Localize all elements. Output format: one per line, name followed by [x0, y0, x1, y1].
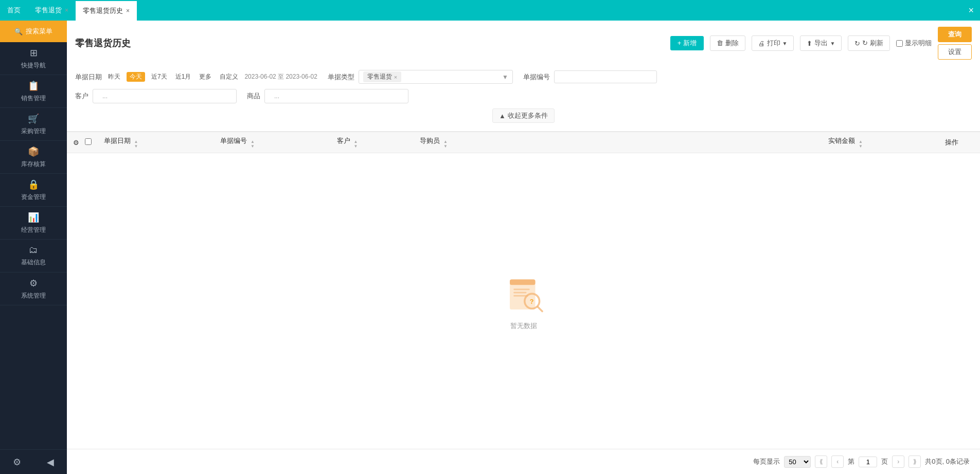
pagination-bar: 每页显示 50 100 200 ⟪ ‹ 第 页 › ⟫ 共0页, 0条记录 — [67, 449, 980, 474]
sidebar-item-quick-nav[interactable]: ⊞ 快捷导航 — [0, 42, 67, 75]
inventory-icon: 📦 — [28, 146, 39, 157]
page-suffix: 页 — [881, 457, 888, 466]
sidebar-bottom: ⚙ ◀ — [0, 449, 67, 474]
sidebar: 🔍 搜索菜单 ⊞ 快捷导航 📋 销售管理 🛒 采购管理 📦 库存核算 🔒 资金管… — [0, 21, 67, 474]
goods-input[interactable]: ... — [270, 92, 283, 101]
col-customer[interactable]: 客户 ▲▼ — [331, 132, 414, 153]
empty-text: 暂无数据 — [510, 321, 537, 331]
filter-doc-type: 单据类型 零售退货 × ▼ — [328, 70, 513, 84]
svg-text:?: ? — [529, 298, 533, 305]
tab-home[interactable]: 首页 — [0, 0, 28, 21]
sidebar-item-sales-mgmt[interactable]: 📋 销售管理 — [0, 75, 67, 108]
tab-retail-return[interactable]: 零售退货 × — [28, 0, 76, 21]
col-date[interactable]: 单据日期 ▲▼ — [98, 132, 215, 153]
date-shortcut-custom[interactable]: 自定义 — [218, 72, 240, 82]
toolbar: + 新增 🗑 删除 🖨 🖨 打印 打印 ▼ ⬆ 导出 ▼ ↻ — [670, 27, 972, 60]
svg-rect-1 — [510, 280, 536, 285]
export-button[interactable]: ⬆ 导出 ▼ — [800, 35, 842, 51]
svg-line-6 — [538, 307, 542, 312]
date-range-display: 2023-06-02 至 2023-06-02 — [244, 72, 317, 81]
sort-date-icon[interactable]: ▲▼ — [134, 139, 138, 149]
content-area: 零售退货历史 + 新增 🗑 删除 🖨 🖨 打印 打印 ▼ ⬆ 导出 ▼ — [67, 21, 980, 474]
delete-button[interactable]: 🗑 删除 — [710, 35, 745, 51]
first-page-button[interactable]: ⟪ — [815, 455, 827, 468]
svg-rect-2 — [513, 289, 529, 290]
page-number-input[interactable] — [859, 457, 877, 467]
page-label: 第 — [848, 457, 854, 466]
print-button[interactable]: 🖨 🖨 打印 打印 ▼ — [752, 35, 794, 51]
col-settings: ⚙ — [67, 132, 98, 153]
empty-illustration: ? — [501, 271, 547, 315]
print-icon: 🖨 — [758, 40, 765, 47]
page-title-row: 零售退货历史 + 新增 🗑 删除 🖨 🖨 打印 打印 ▼ ⬆ 导出 ▼ — [75, 27, 972, 60]
date-shortcuts: 昨天 今天 近7天 近1月 更多 自定义 — [106, 72, 240, 82]
collapse-icon: ▲ — [499, 112, 506, 120]
filter-customer: 客户 ... — [75, 89, 237, 103]
total-label: 共0页, 0条记录 — [925, 457, 970, 466]
search-icon: 🔍 — [14, 28, 23, 35]
date-shortcut-1month[interactable]: 近1月 — [173, 72, 193, 82]
sidebar-search-button[interactable]: 🔍 搜索菜单 — [0, 21, 67, 42]
tab-retail-return-history[interactable]: 零售退货历史 × — [76, 0, 137, 21]
table-settings-icon[interactable]: ⚙ — [73, 139, 79, 147]
col-guide[interactable]: 导购员 ▲▼ — [414, 132, 513, 153]
filter-row-1: 单据日期 昨天 今天 近7天 近1月 更多 自定义 2023-06-02 至 2… — [75, 70, 972, 89]
filter-area: 单据日期 昨天 今天 近7天 近1月 更多 自定义 2023-06-02 至 2… — [75, 65, 972, 131]
date-shortcut-7days[interactable]: 近7天 — [149, 72, 169, 82]
empty-state: ? 暂无数据 — [67, 153, 980, 449]
doc-type-selector[interactable]: 零售退货 × ▼ — [359, 70, 513, 84]
sort-amount-icon[interactable]: ▲▼ — [859, 139, 863, 149]
doc-type-dropdown-icon[interactable]: ▼ — [502, 74, 508, 81]
filter-goods: 商品 ... — [247, 89, 408, 103]
tab-retail-return-history-close[interactable]: × — [126, 7, 130, 14]
purchase-icon: 🛒 — [28, 113, 39, 124]
sort-number-icon[interactable]: ▲▼ — [251, 139, 255, 149]
new-button[interactable]: + 新增 — [670, 36, 704, 50]
customer-input[interactable]: ... — [98, 92, 112, 101]
date-shortcut-more[interactable]: 更多 — [197, 72, 213, 82]
collapse-filter-button[interactable]: ▲ 收起更多条件 — [492, 108, 555, 123]
sort-guide-icon[interactable]: ▲▼ — [443, 139, 448, 149]
col-number[interactable]: 单据编号 ▲▼ — [214, 132, 331, 153]
filter-date: 单据日期 昨天 今天 近7天 近1月 更多 自定义 2023-06-02 至 2… — [75, 72, 317, 82]
col-spacer — [513, 132, 822, 153]
sort-customer-icon[interactable]: ▲▼ — [354, 139, 358, 149]
col-ops: 操作 — [939, 132, 980, 153]
print-dropdown-icon[interactable]: ▼ — [782, 41, 788, 46]
tab-retail-return-close[interactable]: × — [65, 7, 68, 14]
doc-type-tag-close[interactable]: × — [394, 74, 397, 80]
sidebar-item-capital-mgmt[interactable]: 🔒 资金管理 — [0, 174, 67, 207]
filter-doc-number: 单据编号 — [523, 70, 657, 83]
operations-icon: 📊 — [28, 212, 39, 223]
display-detail-checkbox[interactable]: 显示明细 — [896, 39, 932, 48]
window-close-button[interactable]: × — [968, 6, 974, 15]
sidebar-item-operations-mgmt[interactable]: 📊 经营管理 — [0, 207, 67, 240]
prev-page-button[interactable]: ‹ — [831, 455, 844, 468]
export-dropdown-icon[interactable]: ▼ — [830, 41, 835, 46]
sidebar-item-purchase-mgmt[interactable]: 🛒 采购管理 — [0, 108, 67, 141]
sidebar-item-basic-info[interactable]: 🗂 基础信息 — [0, 240, 67, 272]
collapse-sidebar-icon[interactable]: ◀ — [47, 457, 54, 468]
select-all-checkbox[interactable] — [85, 138, 92, 145]
basic-info-icon: 🗂 — [29, 245, 38, 256]
date-shortcut-today[interactable]: 今天 — [127, 72, 145, 82]
per-page-label: 每页显示 — [753, 457, 780, 466]
next-page-button[interactable]: › — [892, 455, 904, 468]
capital-icon: 🔒 — [28, 179, 39, 190]
export-icon: ⬆ — [807, 40, 812, 47]
settings-bottom-icon[interactable]: ⚙ — [13, 457, 21, 468]
query-button[interactable]: 查询 — [938, 27, 972, 42]
date-shortcut-yesterday[interactable]: 昨天 — [106, 72, 122, 82]
settings-button[interactable]: 设置 — [938, 44, 972, 60]
sidebar-item-system-mgmt[interactable]: ⚙ 系统管理 — [0, 272, 67, 305]
last-page-button[interactable]: ⟫ — [908, 455, 921, 468]
doc-number-input[interactable] — [554, 70, 657, 83]
display-detail-input[interactable] — [896, 40, 903, 47]
refresh-button[interactable]: ↻ ↻ 刷新 — [848, 35, 890, 51]
per-page-select[interactable]: 50 100 200 — [784, 456, 811, 468]
sidebar-item-inventory-calc[interactable]: 📦 库存核算 — [0, 141, 67, 174]
main-layout: 🔍 搜索菜单 ⊞ 快捷导航 📋 销售管理 🛒 采购管理 📦 库存核算 🔒 资金管… — [0, 21, 980, 474]
sales-icon: 📋 — [28, 80, 39, 92]
doc-type-tag: 零售退货 × — [363, 71, 401, 82]
col-amount[interactable]: 实销金额 ▲▼ — [822, 132, 939, 153]
